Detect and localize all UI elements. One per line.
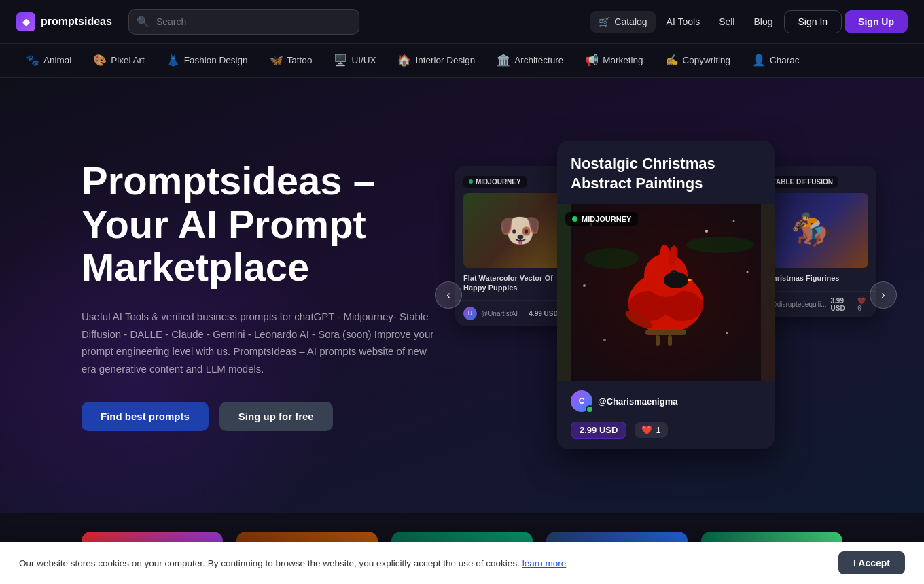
cat-tattoo-label: Tattoo [287, 55, 313, 65]
architecture-icon: 🏛️ [497, 54, 510, 67]
carousel-wrapper: ‹ MIDJOURNEY 🐶 Flat Watercolor Vector Of… [448, 145, 883, 445]
nav-sell[interactable]: Sell [711, 11, 743, 33]
hero-section: Promptsideas – Your AI Prompt Marketplac… [0, 78, 924, 513]
cat-architecture-label: Architecture [514, 55, 563, 65]
featured-card-author: C @Charismaenigma [571, 390, 677, 412]
card-right-price: 3.99 USD [831, 297, 854, 312]
featured-card-title: Nostalgic Christmas Abstract Paintings [571, 154, 761, 193]
card-left-author: @UnartistAI [481, 310, 518, 317]
nav-blog[interactable]: Blog [745, 11, 781, 33]
hero-content: Promptsideas – Your AI Prompt Marketplac… [82, 159, 448, 431]
card-right-author: @disruptedequili... [770, 300, 827, 308]
mj-dot [572, 216, 578, 222]
nav-links: 🛒 Catalog AI Tools Sell Blog Sign In Sig… [590, 10, 908, 33]
cookie-banner: Our website stores cookies on your compu… [0, 542, 924, 584]
svg-point-2 [584, 248, 639, 269]
card-left-price: 4.99 USD [529, 310, 558, 317]
svg-point-25 [726, 332, 728, 334]
cat-animal[interactable]: 🐾 Animal [16, 50, 81, 71]
cookie-accept-button[interactable]: I Accept [838, 551, 905, 574]
card-left-badge: MIDJOURNEY [463, 176, 527, 188]
logo[interactable]: ◆ promptsideas [16, 12, 112, 31]
category-nav: 🐾 Animal 🎨 Pixel Art 👗 Fashion Design 🦋 … [0, 44, 924, 78]
svg-point-21 [733, 220, 735, 222]
featured-card-likes: ❤️ 1 [635, 422, 667, 438]
carousel-next-button[interactable]: › [870, 281, 897, 309]
signup-free-button[interactable]: Sing up for free [219, 402, 333, 431]
search-bar-container: 🔍 [128, 9, 359, 35]
featured-card-price: 2.99 USD [571, 422, 626, 439]
carousel-prev-button[interactable]: ‹ [435, 281, 462, 309]
cat-marketing-label: Marketing [603, 55, 643, 65]
cookie-text: Our website stores cookies on your compu… [19, 558, 830, 568]
cookie-link[interactable]: learn more [522, 558, 567, 568]
svg-point-13 [664, 272, 688, 288]
animal-icon: 🐾 [26, 54, 39, 67]
charac-icon: 👤 [752, 54, 766, 67]
featured-card-price-row: 2.99 USD ❤️ 1 [557, 422, 775, 449]
find-prompts-button[interactable]: Find best prompts [82, 402, 209, 431]
cat-copywriting[interactable]: ✍️ Copywriting [656, 50, 741, 71]
hero-description: Useful AI Tools & verified business prom… [82, 308, 435, 377]
cat-uiux-label: UI/UX [351, 55, 376, 65]
featured-card-badge: MIDJOURNEY [565, 212, 638, 226]
signup-button[interactable]: Sign Up [845, 10, 908, 33]
cat-uiux[interactable]: 🖥️ UI/UX [324, 50, 385, 71]
cat-charac[interactable]: 👤 Charac [743, 50, 809, 71]
card-left-avatar: U [463, 307, 477, 320]
cat-pixel-art-label: Pixel Art [111, 55, 145, 65]
svg-rect-16 [656, 335, 660, 346]
svg-point-3 [686, 237, 754, 253]
svg-rect-17 [668, 335, 672, 346]
heart-icon: ❤️ [641, 425, 652, 435]
cat-copywriting-label: Copywriting [683, 55, 731, 65]
cat-charac-label: Charac [770, 55, 800, 65]
cat-fashion-design-label: Fashion Design [184, 55, 248, 65]
svg-point-24 [603, 339, 606, 341]
featured-card-author-name: @Charismaenigma [598, 396, 677, 407]
logo-icon: ◆ [16, 12, 35, 31]
featured-card-footer: C @Charismaenigma [557, 381, 775, 422]
fashion-design-icon: 👗 [166, 54, 180, 67]
svg-point-20 [705, 230, 708, 233]
nav-catalog[interactable]: 🛒 Catalog [590, 11, 655, 33]
cat-pixel-art[interactable]: 🎨 Pixel Art [84, 50, 154, 71]
featured-card: Nostalgic Christmas Abstract Paintings M… [557, 141, 775, 449]
mj-badge-dot [469, 179, 473, 184]
catalog-icon: 🛒 [599, 16, 610, 27]
cat-fashion-design[interactable]: 👗 Fashion Design [157, 50, 257, 71]
cat-interior-design-label: Interior Design [415, 55, 475, 65]
card-right-likes: ❤️ 6 [857, 297, 868, 312]
featured-card-avatar: C [571, 390, 592, 412]
cat-tattoo[interactable]: 🦋 Tattoo [260, 50, 322, 71]
nav-ai-tools[interactable]: AI Tools [658, 11, 709, 33]
avatar-verified-badge [586, 405, 594, 413]
copywriting-icon: ✍️ [665, 54, 679, 67]
featured-card-image-area: MIDJOURNEY [557, 204, 775, 381]
hero-carousel: ‹ MIDJOURNEY 🐶 Flat Watercolor Vector Of… [448, 132, 883, 458]
tattoo-icon: 🦋 [270, 54, 283, 67]
cat-marketing[interactable]: 📢 Marketing [575, 50, 652, 71]
hero-title: Promptsideas – Your AI Prompt Marketplac… [82, 159, 448, 289]
pixel-art-icon: 🎨 [93, 54, 107, 67]
search-icon: 🔍 [137, 16, 149, 28]
interior-design-icon: 🏠 [397, 54, 411, 67]
signin-button[interactable]: Sign In [784, 10, 842, 33]
marketing-icon: 📢 [585, 54, 599, 67]
cat-architecture[interactable]: 🏛️ Architecture [487, 50, 573, 71]
search-input[interactable] [128, 9, 359, 35]
cat-interior-design[interactable]: 🏠 Interior Design [388, 50, 484, 71]
cat-animal-label: Animal [43, 55, 71, 65]
navbar: ◆ promptsideas 🔍 🛒 Catalog AI Tools Sell… [0, 0, 924, 44]
svg-point-22 [583, 284, 586, 287]
featured-card-header: Nostalgic Christmas Abstract Paintings [557, 141, 775, 204]
svg-rect-15 [645, 330, 686, 335]
uiux-icon: 🖥️ [334, 54, 347, 67]
bird-illustration [557, 204, 775, 381]
hero-buttons: Find best prompts Sing up for free [82, 402, 448, 431]
svg-point-23 [747, 271, 749, 273]
brand-name: promptsideas [41, 16, 112, 28]
